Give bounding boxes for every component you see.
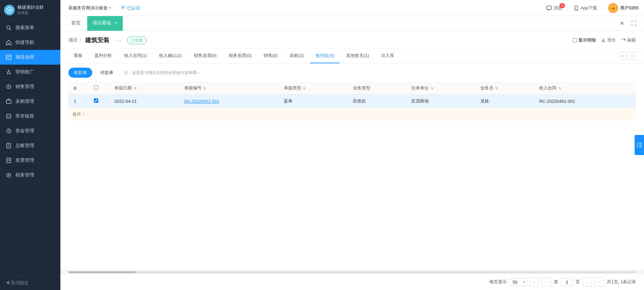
sidebar-item-inventory[interactable]: 库存核算 (0, 109, 60, 124)
next-page-button[interactable]: › (583, 277, 592, 287)
col-biz-type: 业务类型 (349, 82, 407, 95)
user-label: 用户3355 (620, 5, 639, 11)
col-salesperson[interactable]: 业务员 ⇅ (476, 82, 535, 95)
table-row[interactable]: 1 2022-04-21 SK-20220421-001 蓝单 应收款 宏茂商场… (68, 95, 636, 108)
sub-tab-prev-button[interactable]: ‹ (619, 52, 627, 60)
certified-text: 已认证 (127, 5, 140, 11)
app-download-button[interactable]: App下载 (573, 5, 597, 11)
sub-tab-purchase[interactable]: 采购(2) (284, 49, 309, 63)
scrollbar-track[interactable] (68, 271, 636, 273)
account-selector[interactable]: 新服务官网演示账套 ▾ (66, 4, 114, 12)
sub-tab-receive-pay[interactable]: 收付款(4) (310, 49, 339, 63)
svg-marker-7 (7, 70, 10, 74)
sidebar-label-invoice: 发票管理 (15, 157, 34, 163)
project-title-label: 项目： (68, 37, 83, 43)
sidebar-item-project[interactable]: 项目合同 (0, 50, 60, 65)
col-biz-type-label: 业务类型 (353, 85, 370, 90)
invoice-icon (5, 157, 12, 164)
message-badge: 1 (559, 3, 565, 8)
topbar-right: 消息 1 App下载 🐱 用户3355 (546, 3, 639, 13)
col-settings[interactable]: ⚙ (68, 82, 82, 95)
export-icon (601, 38, 606, 43)
project-status-badge: 已生效 (127, 37, 147, 44)
summary-values (110, 108, 636, 121)
data-table: ⚙ 单据日期 ⇅ 单据编号 ⇅ 单据类型 ⇅ (68, 82, 636, 121)
row-select-checkbox[interactable] (94, 98, 98, 103)
app-download-label: App下载 (581, 5, 597, 11)
receive-filter-button[interactable]: 收款单 (68, 68, 92, 78)
expand-window-button[interactable]: ⛶ (629, 19, 639, 28)
row-doc-no[interactable]: SK-20220421-001 (180, 95, 280, 108)
sidebar-item-search[interactable]: 搜索菜单 (0, 20, 60, 35)
col-partner[interactable]: 往来单位 ⇅ (407, 82, 476, 95)
sub-tab-next-button[interactable]: › (628, 52, 636, 60)
select-all-checkbox[interactable] (94, 85, 98, 90)
project-title: 建筑安装 (85, 36, 109, 44)
sub-tab-income-confirm[interactable]: 收入确认(2) (154, 49, 187, 63)
logo-icon (4, 5, 15, 15)
sidebar-item-tax[interactable]: 税务管理 (0, 168, 60, 183)
doc-no-link[interactable]: SK-20220421-001 (184, 99, 220, 104)
pay-filter-button[interactable]: 付款单 (95, 68, 119, 78)
prev-page-button[interactable]: ‹ (542, 277, 551, 287)
first-page-button[interactable]: « (530, 277, 539, 287)
tab-home[interactable]: 首页 (66, 16, 86, 31)
sort-icon2: ⇅ (203, 86, 206, 90)
sidebar-item-invoice[interactable]: 发票管理 (0, 153, 60, 168)
sidebar-item-purchase[interactable]: 采购管理 (0, 94, 60, 109)
page-suffix-label: 页 (576, 279, 580, 285)
col-doc-no[interactable]: 单据编号 ⇅ (180, 82, 280, 95)
export-button[interactable]: 导出 (601, 37, 616, 43)
project-actions: 显示明细 导出 刷新 (573, 37, 636, 43)
sidebar-item-marketing[interactable]: 营销推广 (0, 65, 60, 79)
page-input[interactable] (561, 278, 573, 286)
sidebar-item-capital[interactable]: 资金管理 (0, 124, 60, 138)
col-income-contract[interactable]: 收入合同 ⇅ (535, 82, 636, 95)
sub-tab-sales[interactable]: 销售(0) (258, 49, 283, 63)
refresh-button[interactable]: 刷新 (621, 37, 636, 43)
sub-tab-other-expense[interactable]: 其他收支(1) (341, 49, 374, 63)
sidebar-unpin-button[interactable]: ◀ 取消固定 (0, 276, 60, 290)
horizontal-scrollbar[interactable] (60, 270, 644, 274)
show-detail-input[interactable] (573, 38, 577, 43)
sidebar-item-ledger[interactable]: 总账管理 (0, 138, 60, 153)
user-avatar: 🐱 (608, 3, 618, 13)
last-page-button[interactable]: » (595, 277, 604, 287)
sub-tab-sales-invoice[interactable]: 销售发票(0) (189, 49, 222, 63)
project-more-button[interactable]: ··· (115, 37, 122, 44)
sub-tab-in-out[interactable]: 出入库 (376, 49, 399, 63)
tab-close-icon[interactable]: ✕ (114, 21, 117, 25)
col-doc-type[interactable]: 单据类型 ⇅ (280, 82, 349, 95)
show-detail-checkbox[interactable]: 显示明细 (573, 37, 596, 43)
sub-tabs: 看板 盈利分析 收入合同(1) 收入确认(2) 销售发票(0) 税务发票(0) … (60, 49, 644, 64)
page-size-select[interactable]: 50 20 100 (509, 278, 527, 286)
user-menu[interactable]: 🐱 用户3355 (608, 3, 639, 13)
sub-tab-tax-invoice[interactable]: 税务发票(0) (223, 49, 257, 63)
purchase-icon (5, 98, 12, 105)
tax-icon (5, 172, 12, 178)
sub-tab-nav: ‹ › (619, 52, 636, 60)
row-checkbox[interactable] (82, 95, 110, 108)
scrollbar-thumb[interactable] (68, 271, 136, 273)
sub-tab-profit[interactable]: 盈利分析 (89, 49, 117, 63)
sidebar-label-ledger: 总账管理 (15, 143, 34, 149)
sidebar-label-capital: 资金管理 (15, 128, 34, 134)
home-icon (5, 39, 12, 46)
search-menu-icon (5, 24, 12, 31)
message-button[interactable]: 消息 1 (546, 5, 562, 11)
sub-tab-income-contract[interactable]: 收入合同(1) (119, 49, 152, 63)
svg-line-3 (10, 29, 11, 30)
total-records: 共1页, 1条记录 (607, 279, 636, 285)
sidebar-label-sales: 销售管理 (15, 84, 34, 90)
right-panel-button[interactable] (635, 135, 644, 155)
tab-project-board[interactable]: 项目看板 ✕ (87, 16, 123, 31)
page-size-wrapper: 50 20 100 (509, 278, 527, 286)
tab-project-label: 项目看板 (93, 20, 111, 26)
close-window-button[interactable]: ✕ (617, 19, 627, 28)
col-doc-date[interactable]: 单据日期 ⇅ (110, 82, 180, 95)
col-checkbox[interactable] (82, 82, 110, 95)
sidebar-item-quicknav[interactable]: 快捷导航 (0, 35, 60, 50)
sub-tab-kanban[interactable]: 看板 (68, 49, 88, 63)
page-size-label: 每页显示 (489, 279, 507, 285)
sidebar-item-sales[interactable]: 销售管理 (0, 79, 60, 94)
